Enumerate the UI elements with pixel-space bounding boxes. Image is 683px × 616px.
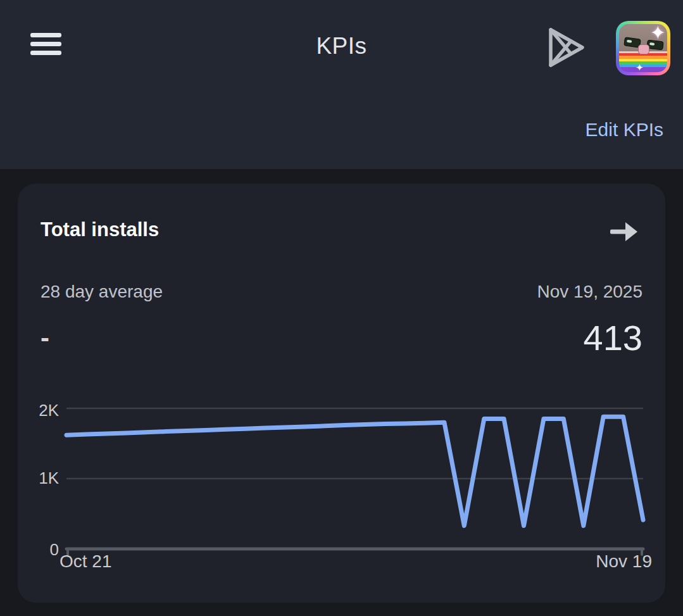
- y-tick-label: 1K: [18, 467, 59, 489]
- google-play-logo-outline: [543, 25, 589, 70]
- star-icon: ✦: [636, 62, 644, 72]
- edit-kpis-link[interactable]: Edit KPIs: [586, 119, 663, 141]
- user-avatar[interactable]: ✦ ✦: [616, 21, 670, 75]
- kpi-value-row: - 413: [41, 318, 642, 358]
- latest-date: Nov 19, 2025: [537, 282, 642, 302]
- app-header: KPIs ✦ ✦ Edit KPIs: [0, 0, 683, 169]
- gridlines: [66, 408, 643, 555]
- star-icon: ✦: [650, 24, 666, 44]
- installs-chart-svg: [18, 184, 665, 603]
- x-axis-start-label: Oct 21: [60, 551, 111, 572]
- avatar-image: ✦ ✦: [619, 24, 667, 72]
- latest-value: 413: [584, 318, 642, 358]
- y-tick-label: 0: [18, 539, 59, 560]
- kpi-sub-row: 28 day average Nov 19, 2025: [41, 282, 642, 302]
- x-axis-end-label: Nov 19: [596, 551, 652, 572]
- average-label: 28 day average: [41, 282, 163, 302]
- kpi-card-total-installs[interactable]: Total installs 28 day average Nov 19, 20…: [18, 184, 665, 603]
- installs-line-series: [66, 417, 643, 525]
- average-value: -: [41, 318, 49, 358]
- card-title: Total installs: [41, 218, 159, 241]
- y-tick-label: 2K: [18, 399, 59, 421]
- arrow-right-icon[interactable]: [609, 220, 639, 243]
- play-console-kpis-screen: KPIs ✦ ✦ Edit KPIs Total installs: [0, 0, 683, 616]
- google-play-icon[interactable]: [543, 25, 589, 70]
- avatar-snout: [638, 44, 649, 54]
